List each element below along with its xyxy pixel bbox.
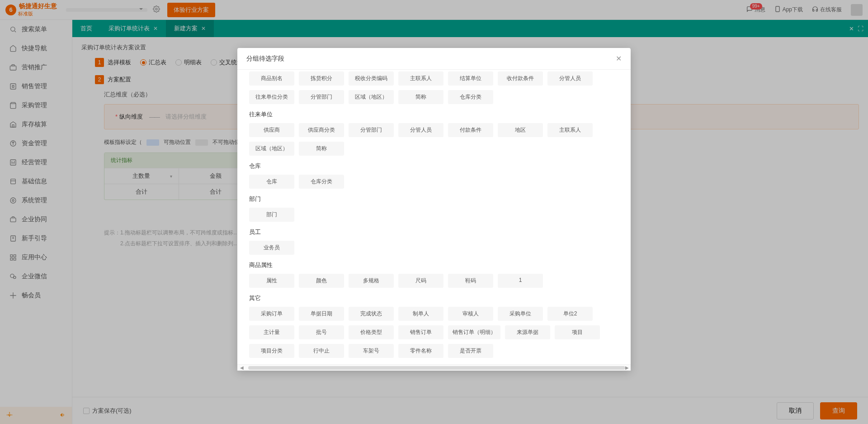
field-chip[interactable]: 地区 xyxy=(498,123,543,137)
field-chip[interactable]: 来源单据 xyxy=(505,325,550,339)
field-selector-modal: 分组待选字段 ✕ 商品别名拣货积分税收分类编码主联系人结算单位收付款条件分管人员… xyxy=(237,48,631,371)
group-title: 往来单位 xyxy=(249,110,619,119)
field-chip[interactable]: 鞋码 xyxy=(448,274,493,288)
field-chip[interactable]: 分管部门 xyxy=(299,90,344,104)
field-chip[interactable]: 仓库分类 xyxy=(448,90,493,104)
field-chip[interactable]: 仓库 xyxy=(249,175,294,189)
modal-h-scrollbar[interactable]: ◀ ▶ xyxy=(237,364,631,371)
field-chip[interactable]: 主联系人 xyxy=(547,123,593,137)
field-chip[interactable]: 是否开票 xyxy=(448,344,493,358)
group-title: 其它 xyxy=(249,294,619,302)
field-chip[interactable]: 审核人 xyxy=(448,307,493,321)
field-chip[interactable]: 尺码 xyxy=(398,274,443,288)
field-chip[interactable]: 付款条件 xyxy=(448,123,493,137)
field-chip[interactable]: 完成状态 xyxy=(349,307,394,321)
field-chip[interactable]: 主计量 xyxy=(249,325,294,339)
field-chip[interactable]: 简称 xyxy=(299,142,344,156)
field-chip[interactable]: 供应商 xyxy=(249,123,294,137)
field-chip[interactable]: 主联系人 xyxy=(398,71,443,86)
field-chip[interactable]: 收付款条件 xyxy=(498,71,543,86)
scroll-right-icon[interactable]: ▶ xyxy=(625,365,629,370)
field-chip[interactable]: 颜色 xyxy=(299,274,344,288)
field-chip[interactable]: 仓库分类 xyxy=(299,175,344,189)
field-chip[interactable]: 批号 xyxy=(299,325,344,339)
modal-close-icon[interactable]: ✕ xyxy=(616,54,622,63)
field-chip[interactable]: 1 xyxy=(498,274,543,288)
field-chip[interactable]: 简称 xyxy=(398,90,443,104)
field-chip[interactable]: 分管部门 xyxy=(349,123,394,137)
field-chip[interactable]: 采购单位 xyxy=(498,307,543,321)
field-chip[interactable]: 区域（地区） xyxy=(349,90,394,104)
field-chip[interactable]: 拣货积分 xyxy=(299,71,344,86)
field-chip[interactable]: 商品别名 xyxy=(249,71,294,86)
field-chip[interactable]: 销售订单 xyxy=(398,325,443,339)
field-chip[interactable]: 车架号 xyxy=(349,344,394,358)
field-chip[interactable]: 销售订单（明细） xyxy=(448,325,500,339)
field-chip[interactable]: 单据日期 xyxy=(299,307,344,321)
field-chip[interactable]: 部门 xyxy=(249,208,294,222)
field-chip[interactable]: 行中止 xyxy=(299,344,344,358)
group-title: 商品属性 xyxy=(249,261,619,269)
field-chip[interactable]: 分管人员 xyxy=(398,123,443,137)
field-chip[interactable]: 税收分类编码 xyxy=(349,71,394,86)
group-title: 部门 xyxy=(249,195,619,203)
group-title: 仓库 xyxy=(249,162,619,170)
field-chip[interactable]: 制单人 xyxy=(398,307,443,321)
field-chip[interactable]: 多规格 xyxy=(349,274,394,288)
field-chip[interactable]: 采购订单 xyxy=(249,307,294,321)
field-chip[interactable]: 结算单位 xyxy=(448,71,493,86)
field-chip[interactable]: 往来单位分类 xyxy=(249,90,294,104)
modal-title: 分组待选字段 xyxy=(246,55,284,63)
field-chip[interactable]: 项目 xyxy=(555,325,600,339)
field-chip[interactable]: 零件名称 xyxy=(398,344,443,358)
field-chip[interactable]: 业务员 xyxy=(249,241,294,255)
scroll-left-icon[interactable]: ◀ xyxy=(240,365,244,370)
field-chip[interactable]: 区域（地区） xyxy=(249,142,294,156)
field-chip[interactable]: 价格类型 xyxy=(349,325,394,339)
field-chip[interactable]: 分管人员 xyxy=(547,71,593,86)
field-chip[interactable]: 属性 xyxy=(249,274,294,288)
group-title: 员工 xyxy=(249,228,619,236)
field-chip[interactable]: 单位2 xyxy=(547,307,593,321)
field-chip[interactable]: 项目分类 xyxy=(249,344,294,358)
field-chip[interactable]: 供应商分类 xyxy=(299,123,344,137)
